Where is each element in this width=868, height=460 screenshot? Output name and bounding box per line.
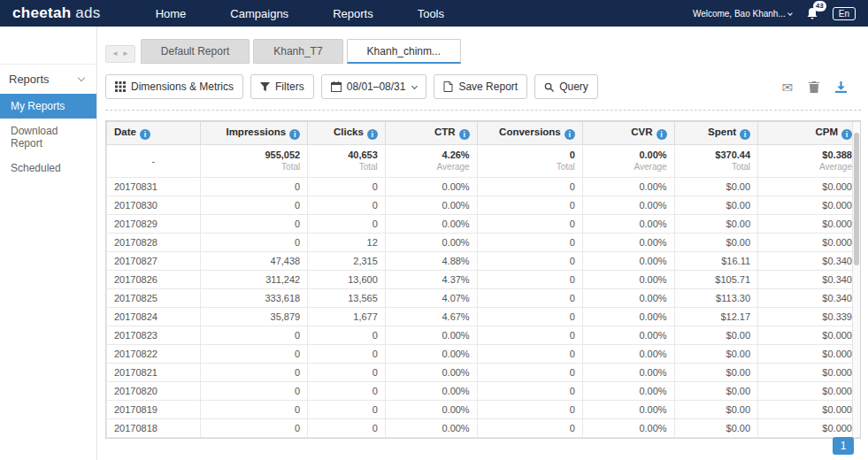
col-spent[interactable]: Spenti [674, 122, 757, 145]
date-cell: 20170824 [107, 308, 201, 326]
col-date[interactable]: Datei [107, 122, 201, 145]
nav-home[interactable]: Home [156, 7, 187, 20]
report-toolbar: Dimensions & Metrics Filters 08/01–08/31… [105, 74, 861, 99]
metric-cell: 0 [308, 419, 386, 438]
metric-cell: 0 [477, 234, 582, 252]
info-icon[interactable]: i [565, 129, 575, 140]
sidebar-item-my-reports[interactable]: My Reports [0, 94, 96, 119]
col-cpm[interactable]: CPMi [758, 122, 860, 145]
metric-cell: 1,677 [308, 308, 386, 326]
info-icon[interactable]: i [459, 129, 470, 140]
brand-logo[interactable]: cheetahads [12, 4, 101, 22]
metric-cell: 2,315 [308, 252, 386, 271]
metric-cell: 0.00% [582, 364, 674, 382]
save-report-button[interactable]: Save Report [434, 74, 527, 99]
metric-cell: 0 [308, 215, 386, 234]
metric-cell: 0 [308, 326, 386, 345]
metric-cell: $0.00 [674, 196, 757, 215]
date-cell: 20170825 [107, 289, 201, 308]
metric-cell: 0 [477, 252, 582, 271]
metric-cell: 35,879 [200, 308, 308, 326]
totals-date-cell: - [107, 145, 201, 178]
scrollbar-thumb[interactable] [854, 133, 859, 265]
table-row: 20170818000.00%00.00%$0.00$0.000 [107, 419, 860, 438]
metric-cell: 0 [308, 364, 386, 382]
sidebar-item-scheduled[interactable]: Scheduled [0, 156, 96, 180]
notifications-button[interactable]: 43 [806, 7, 818, 19]
info-icon[interactable]: i [657, 129, 667, 140]
dimensions-metrics-button[interactable]: Dimensions & Metrics [105, 74, 243, 99]
metric-cell: 0.00% [582, 345, 674, 364]
tab-default-report[interactable]: Default Report [141, 39, 250, 64]
query-button[interactable]: Query [534, 74, 598, 99]
table-row: 20170819000.00%00.00%$0.00$0.000 [107, 401, 860, 419]
col-clicks[interactable]: Clicksi [308, 122, 386, 145]
date-cell: 20170819 [107, 401, 201, 419]
date-cell: 20170826 [107, 271, 201, 289]
trash-icon[interactable] [809, 81, 819, 93]
metric-cell: $0.000 [758, 215, 860, 234]
col-conversions[interactable]: Conversionsi [477, 122, 582, 145]
username: Bao Khanh... [734, 9, 786, 19]
email-icon[interactable]: ✉ [781, 80, 793, 94]
info-icon[interactable]: i [140, 129, 150, 140]
main-nav: Home Campaigns Reports Tools [156, 7, 444, 20]
metric-cell: 0.00% [385, 326, 477, 345]
col-ctr[interactable]: CTRi [385, 122, 477, 145]
filters-button[interactable]: Filters [250, 74, 314, 99]
page-1-button[interactable]: 1 [833, 437, 854, 455]
table-row: 20170822000.00%00.00%$0.00$0.000 [107, 345, 860, 364]
user-menu[interactable]: Welcome, Bao Khanh... [693, 9, 792, 19]
date-range-button[interactable]: 08/01–08/31 [321, 74, 427, 99]
download-icon[interactable] [835, 81, 847, 93]
info-icon[interactable]: i [367, 129, 378, 140]
metric-cell: $0.000 [758, 382, 860, 401]
metric-cell: $0.00 [674, 419, 757, 438]
table-row: 20170823000.00%00.00%$0.00$0.000 [107, 326, 860, 345]
metric-cell: 0 [200, 419, 308, 438]
metric-cell: 0.00% [385, 196, 477, 215]
metric-cell: 0 [200, 234, 308, 252]
report-tabs: ◄ ► Default Report Khanh_T7 Khanh_chinm.… [105, 39, 868, 64]
date-cell: 20170828 [107, 234, 201, 252]
col-impressions[interactable]: Impressionsi [200, 122, 308, 145]
info-icon[interactable]: i [740, 129, 750, 140]
metric-cell: $105.71 [674, 271, 757, 289]
date-cell: 20170821 [107, 364, 201, 382]
col-cvr[interactable]: CVRi [582, 122, 674, 145]
nav-tools[interactable]: Tools [418, 7, 444, 20]
save-report-label: Save Report [458, 80, 518, 93]
metric-cell: 13,565 [308, 289, 386, 308]
sidebar-item-download-report[interactable]: Download Report [0, 119, 96, 156]
chevron-down-icon [787, 11, 793, 16]
metric-cell: 12 [308, 234, 386, 252]
date-cell: 20170829 [107, 215, 201, 234]
tab-khanh-chinm[interactable]: Khanh_chinm... [347, 39, 461, 64]
table-header-row: Datei Impressionsi Clicksi CTRi Conversi… [107, 122, 860, 145]
info-icon[interactable]: i [289, 129, 300, 140]
metric-cell: 0.00% [385, 382, 477, 401]
nav-campaigns[interactable]: Campaigns [230, 7, 288, 20]
table-scrollbar[interactable] [852, 122, 860, 437]
metric-cell: 0.00% [582, 178, 674, 196]
brand-light: ads [75, 4, 100, 21]
metric-cell: 311,242 [200, 271, 308, 289]
metric-cell: $0.00 [674, 401, 757, 419]
date-range-label: 08/01–08/31 [347, 80, 406, 93]
tab-khanh-t7[interactable]: Khanh_T7 [253, 39, 342, 64]
nav-reports[interactable]: Reports [333, 7, 373, 20]
table-row: 2017082435,8791,6774.67%00.00%$12.17$0.3… [107, 308, 860, 326]
metric-cell: 0 [477, 271, 582, 289]
date-cell: 20170818 [107, 419, 201, 438]
metric-cell: $0.000 [758, 401, 860, 419]
language-button[interactable]: En [833, 7, 856, 20]
sidebar-section-reports[interactable]: Reports [0, 64, 96, 94]
table-row: 20170821000.00%00.00%$0.00$0.000 [107, 364, 860, 382]
date-cell: 20170820 [107, 382, 201, 401]
metric-cell: 0 [477, 178, 582, 196]
date-cell: 20170830 [107, 196, 201, 215]
tabs-prev-icon[interactable]: ◄ [111, 50, 119, 58]
info-icon[interactable]: i [841, 129, 852, 140]
tabs-next-icon[interactable]: ► [122, 50, 129, 58]
report-table: Datei Impressionsi Clicksi CTRi Conversi… [105, 120, 861, 439]
